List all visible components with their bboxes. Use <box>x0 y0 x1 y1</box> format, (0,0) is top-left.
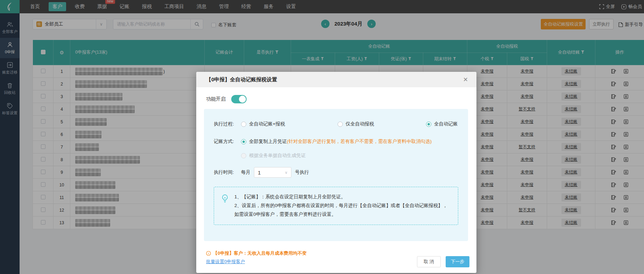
radio-selected-icon <box>426 122 431 127</box>
warning-text: 【0申报】客户：无收入且每月成本费用均不变 <box>213 250 306 256</box>
close-icon[interactable]: ✕ <box>461 75 470 84</box>
process-label: 执行过程: <box>214 121 241 127</box>
feature-toggle-switch[interactable] <box>231 95 247 103</box>
radio-selected-icon <box>241 139 246 144</box>
modal-header: 【0申报】全自动记账报税设置 ✕ <box>196 72 476 87</box>
time-row: 执行时间: 每月 1 ∨ 号执行 <box>214 167 458 178</box>
tip-line: 2、设置后，所有的0申报客户都将在设置的时间，每月进行【全自动记账】或者【全自动… <box>234 201 451 219</box>
tips-text: 1、【记账】：系统会在设定日期复制上月全部凭证。 2、设置后，所有的0申报客户都… <box>234 193 451 219</box>
radio-copy-last-month[interactable]: 全部复制上月凭证 <box>241 138 287 145</box>
radio-label: 全部复制上月凭证 <box>249 138 287 145</box>
time-label: 执行时间: <box>214 169 241 176</box>
batch-setup-link[interactable]: 批量设置0申报客户 <box>206 259 245 265</box>
method-label: 记账方式: <box>214 138 241 145</box>
auto-bookkeeping-settings-modal: 【0申报】全自动记账报税设置 ✕ 功能开启 执行过程: 全自动记账+报税 仅全自… <box>196 72 476 273</box>
radio-label: 全自动记账 <box>434 121 458 127</box>
radio-icon <box>338 122 343 127</box>
modal-title: 【0申报】全自动记账报税设置 <box>206 76 461 83</box>
radio-only-auto-tax[interactable]: 仅全自动报税 <box>338 121 426 127</box>
tip-line: 1、【记账】：系统会在设定日期复制上月全部凭证。 <box>234 193 451 201</box>
method-note: (针对全部客户进行复制，若有客户不需要，需在客户资料中取消勾选) <box>287 138 432 145</box>
bulb-icon <box>221 194 229 205</box>
tips-box: 1、【记账】：系统会在设定日期复制上月全部凭证。 2、设置后，所有的0申报客户都… <box>214 187 458 225</box>
radio-label: 仅全自动报税 <box>346 121 374 127</box>
radio-generate-from-documents[interactable]: 根据业务单据自动生成凭证 <box>241 152 306 159</box>
info-icon <box>206 251 211 256</box>
zero-declare-warning: 【0申报】客户：无收入且每月成本费用均不变 <box>206 250 476 256</box>
modal-footer: 批量设置0申报客户 取 消 下一步 <box>206 256 469 267</box>
process-row: 执行过程: 全自动记账+报税 仅全自动报税 全自动记账 <box>214 121 458 127</box>
day-select[interactable]: 1 ∨ <box>254 167 291 178</box>
toggle-label: 功能开启 <box>206 96 226 102</box>
radio-auto-bookkeeping-and-tax[interactable]: 全自动记账+报税 <box>241 121 338 127</box>
method-row-disabled: 根据业务单据自动生成凭证 <box>214 152 458 159</box>
chevron-down-icon: ∨ <box>285 170 288 175</box>
time-suffix: 号执行 <box>295 169 309 176</box>
radio-label: 全自动记账+报税 <box>249 121 285 127</box>
day-select-value: 1 <box>258 170 285 176</box>
feature-toggle-row: 功能开启 <box>206 95 476 103</box>
method-row: 记账方式: 全部复制上月凭证 (针对全部客户进行复制，若有客户不需要，需在客户资… <box>214 138 458 145</box>
settings-panel: 执行过程: 全自动记账+报税 仅全自动报税 全自动记账 记账方式: 全部复制上月… <box>204 109 468 241</box>
radio-icon <box>241 122 246 127</box>
radio-auto-bookkeeping[interactable]: 全自动记账 <box>426 121 458 127</box>
cancel-button[interactable]: 取 消 <box>417 256 441 267</box>
radio-label: 根据业务单据自动生成凭证 <box>249 152 306 159</box>
radio-disabled-icon <box>241 153 246 158</box>
time-prefix: 每月 <box>241 169 250 176</box>
next-step-button[interactable]: 下一步 <box>446 256 469 267</box>
